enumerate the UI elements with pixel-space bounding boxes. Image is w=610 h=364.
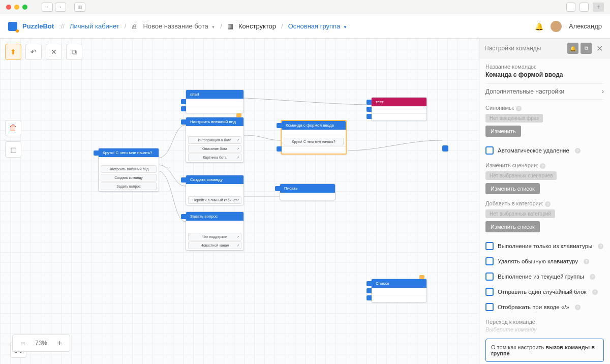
node-intro[interactable]: Круто! С чего мне начать? Настроить внеш… [98,148,159,192]
node-handle-icon[interactable] [367,295,372,300]
brand-name[interactable]: PuzzleBot [22,22,54,30]
node-button[interactable]: Картинка бота↗ [188,154,241,161]
node-appearance[interactable]: Настроить внешний вид Информация о боте↗… [186,117,244,163]
panel-copy-icon[interactable]: ⧉ [581,43,592,54]
notifications-icon[interactable]: 🔔 [535,22,543,31]
settings-panel: Настройки команды 🔔 ⧉ ✕ Название команды… [479,39,610,364]
checkbox[interactable] [485,146,494,155]
crop-button[interactable]: ◻ [5,141,21,158]
current-group-row[interactable]: Выполнение из текущей группы ? [485,269,604,284]
node-stub[interactable] [442,145,448,151]
close-window-icon[interactable] [6,5,11,10]
canvas[interactable]: ⬆ ↶ ✕ ⧉ 🗑 ◻ /start [0,39,479,364]
node-button[interactable]: Информация о боте↗ [188,136,241,144]
new-tab-button[interactable]: + [593,3,604,12]
check-label: Отправить один случайный блок [498,289,587,295]
close-button[interactable]: ✕ [46,44,62,60]
edit-synonyms-button[interactable]: Изменить [485,126,521,137]
node-handle-icon[interactable] [367,100,372,105]
node-handle-icon[interactable] [94,150,99,156]
node-button[interactable]: Чат поддержки↗ [188,233,241,240]
help-icon[interactable]: ? [598,244,603,249]
node-handle-icon[interactable] [277,123,282,128]
node-button[interactable]: Перейти в личный кабинет↗ [188,196,241,204]
node-write[interactable]: Писать [280,184,336,200]
node-header: Список [372,279,426,288]
node-handle-icon[interactable] [181,99,186,104]
forward-button[interactable]: › [55,3,66,12]
node-handle-icon[interactable] [181,106,186,111]
tabs-icon[interactable] [580,3,589,12]
node-handle-icon[interactable] [367,281,372,286]
share-icon[interactable] [566,3,575,12]
node-handle-icon[interactable] [367,114,372,119]
sidebar-toggle-icon[interactable]: ▥ [74,3,85,12]
edit-scenarios-button[interactable]: Изменить список [485,183,540,194]
auto-delete-row[interactable]: Автоматическое удаление ? [485,143,604,158]
breadcrumb-group[interactable]: Основная группа ▼ [288,22,347,30]
node-button[interactable]: Описание бота↗ [188,145,241,153]
node-button[interactable]: Круто! С чего мне начать? [284,138,344,145]
node-handle-icon[interactable] [275,186,280,191]
node-button[interactable]: Задать вопрос [101,183,157,190]
help-icon[interactable]: ? [575,305,581,310]
avatar[interactable] [551,21,562,32]
node-ask-question[interactable]: Задать вопрос Чат поддержки↗ Новостной к… [186,211,244,251]
help-icon[interactable]: ? [545,201,551,207]
back-button[interactable]: ‹ [42,3,53,12]
maximize-window-icon[interactable] [22,5,27,10]
keyboard-only-row[interactable]: Выполнение только из клавиатуры ? [485,238,604,254]
node-handle-icon[interactable] [181,177,186,183]
node-handle-icon[interactable] [277,146,282,151]
scenarios-label: Изменить сценарии:? [485,162,604,169]
canvas-toolbar: ⬆ ↶ ✕ ⧉ [5,44,82,60]
node-create-command[interactable]: Создать команду Перейти в личный кабинет… [186,175,244,205]
username[interactable]: Александр [569,22,602,30]
node-handle-icon[interactable] [367,107,372,112]
goto-placeholder[interactable]: Выберите команду [485,326,604,332]
checkbox[interactable] [485,288,494,296]
breadcrumb-bot-name[interactable]: Новое название бота ▼ [143,22,215,30]
help-icon[interactable]: ? [592,289,598,295]
show-slash-row[interactable]: Отображать при вводе «/» ? [485,299,604,315]
more-settings-row[interactable]: Дополнительные настройки› [485,83,604,100]
node-test[interactable]: тест [371,97,427,121]
side-tools: 🗑 ◻ [5,120,21,158]
undo-button[interactable]: ↶ [25,44,42,60]
node-badge [419,275,424,279]
node-button[interactable]: Настроить внешний вид [101,165,157,173]
node-header: Настроить внешний вид [186,117,243,126]
checkbox[interactable] [485,257,494,265]
breadcrumb-constructor[interactable]: Конструктор [238,22,276,30]
minimize-window-icon[interactable] [14,5,19,10]
panel-notify-icon[interactable]: 🔔 [567,43,578,54]
node-start[interactable]: /start [186,89,244,113]
help-icon[interactable]: ? [590,274,595,280]
delete-button[interactable]: 🗑 [5,120,21,136]
help-icon[interactable]: ? [516,106,522,111]
zoom-in-button[interactable]: + [53,337,66,349]
breadcrumb-dashboard[interactable]: Личный кабинет [70,22,119,30]
remove-keyboard-row[interactable]: Удалять обычную клавиатуру ? [485,254,604,269]
node-button[interactable]: Создать команду [101,174,157,181]
edit-categories-button[interactable]: Изменить список [485,221,540,232]
node-form-command[interactable]: Команда с формой ввода Круто! С чего мне… [281,120,347,155]
help-icon[interactable]: ? [540,163,545,169]
checkbox[interactable] [485,242,494,250]
help-icon[interactable]: ? [575,148,581,154]
goto-label: Переход к команде: [485,319,604,325]
upload-button[interactable]: ⬆ [5,44,21,60]
node-button[interactable]: Новостной канал↗ [188,241,241,249]
checkbox[interactable] [485,303,494,311]
duplicate-button[interactable]: ⧉ [66,44,82,60]
help-icon[interactable]: ? [584,259,589,264]
node-handle-icon[interactable] [181,119,186,125]
node-handle-icon[interactable] [181,214,186,219]
node-list[interactable]: Список [371,279,427,302]
node-handle-icon[interactable] [367,288,372,293]
synonyms-label: Синонимы:? [485,105,604,111]
panel-close-button[interactable]: ✕ [594,43,605,54]
random-block-row[interactable]: Отправить один случайный блок ? [485,284,604,299]
zoom-out-button[interactable]: − [17,337,29,349]
checkbox[interactable] [485,272,494,281]
